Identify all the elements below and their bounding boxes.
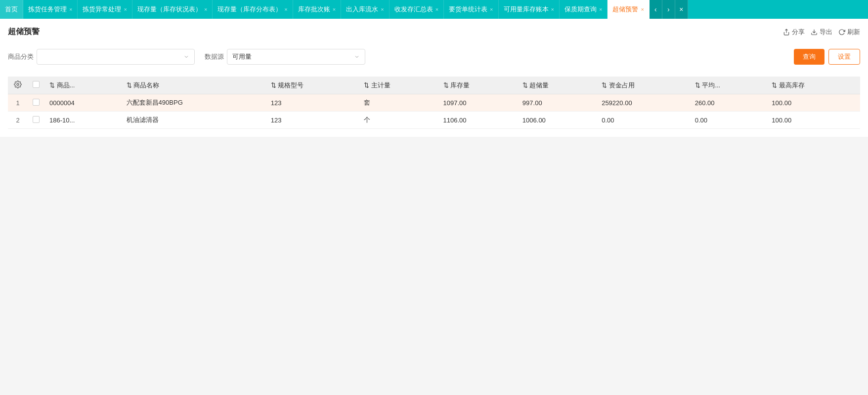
cell-max-stock: 100.00 — [767, 94, 860, 112]
row-checkbox[interactable] — [33, 99, 40, 106]
nav-batch[interactable]: 库存批次账 × — [293, 0, 341, 19]
category-label: 商品分类 — [8, 52, 34, 61]
nav-close-batch[interactable]: × — [333, 6, 336, 12]
filter-bar: 商品分类 数据源 可用量 查询 设置 — [8, 44, 860, 70]
export-icon — [811, 29, 818, 36]
col-product-code: ⇅ 商品... — [44, 77, 122, 94]
cell-capital: 259220.00 — [597, 94, 690, 112]
nav-close-stock-status[interactable]: × — [204, 6, 207, 12]
refresh-icon — [838, 29, 845, 36]
col-avg: ⇅ 平均... — [690, 77, 767, 94]
nav-prev-arrow[interactable]: ‹ — [650, 0, 662, 19]
row-checkbox-cell — [28, 112, 44, 129]
chevron-down-icon-2 — [354, 54, 360, 60]
export-button[interactable]: 导出 — [811, 28, 832, 37]
filter-actions: 查询 设置 — [794, 49, 860, 65]
nav-close-exception[interactable]: × — [124, 6, 127, 12]
row-checkbox[interactable] — [33, 116, 40, 123]
cell-capital: 0.00 — [597, 112, 690, 129]
cell-stock: 1097.00 — [438, 94, 518, 112]
nav-arrow-group: ‹ › × — [650, 0, 688, 19]
cell-product-code: 0000004 — [44, 94, 122, 112]
page-title-bar: 超储预警 分享 导出 刷新 — [8, 27, 860, 37]
nav-stock-status[interactable]: 现存量（库存状况表） × — [132, 0, 213, 19]
chevron-down-icon — [183, 54, 189, 60]
svg-point-2 — [17, 83, 19, 85]
cell-avg: 0.00 — [690, 112, 767, 129]
col-product-name: ⇅ 商品名称 — [122, 77, 266, 94]
nav-task-mgmt[interactable]: 拣货任务管理 × — [23, 0, 78, 19]
col-max-stock: ⇅ 最高库存 — [767, 77, 860, 94]
category-filter: 商品分类 — [8, 49, 195, 65]
cell-unit: 套 — [359, 94, 438, 112]
cell-avg: 260.00 — [690, 94, 767, 112]
page-title: 超储预警 — [8, 27, 40, 37]
col-gear — [8, 77, 28, 94]
nav-exception[interactable]: 拣货异常处理 × — [78, 0, 132, 19]
cell-overflow: 1006.00 — [518, 112, 597, 129]
col-stock: ⇅ 库存量 — [438, 77, 518, 94]
col-spec: ⇅ 规格型号 — [266, 77, 359, 94]
nav-close-order-stats[interactable]: × — [490, 6, 493, 12]
nav-inout[interactable]: 出入库流水 × — [341, 0, 389, 19]
title-actions: 分享 导出 刷新 — [783, 28, 860, 37]
nav-home[interactable]: 首页 — [0, 0, 23, 19]
table-row: 1 0000004 六配套新昌490BPG 123 套 1097.00 997.… — [8, 94, 860, 112]
main-content: 超储预警 分享 导出 刷新 商品分类 数据源 — [0, 19, 868, 137]
nav-order-stats[interactable]: 要货单统计表 × — [444, 0, 498, 19]
row-num: 1 — [8, 94, 28, 112]
nav-close-available[interactable]: × — [551, 6, 554, 12]
nav-stock-dist[interactable]: 现存量（库存分布表） × — [213, 0, 293, 19]
nav-close-shelf-life[interactable]: × — [599, 6, 602, 12]
share-icon — [783, 29, 790, 36]
row-checkbox-cell — [28, 94, 44, 112]
gear-icon[interactable] — [14, 80, 22, 88]
nav-close-stock-dist[interactable]: × — [284, 6, 287, 12]
nav-close-summary[interactable]: × — [435, 6, 438, 12]
cell-spec: 123 — [266, 94, 359, 112]
nav-next-arrow[interactable]: › — [662, 0, 675, 19]
cell-product-code: 186-10... — [44, 112, 122, 129]
share-button[interactable]: 分享 — [783, 28, 805, 37]
cell-stock: 1106.00 — [438, 112, 518, 129]
nav-close-all[interactable]: × — [675, 0, 688, 19]
refresh-button[interactable]: 刷新 — [838, 28, 860, 37]
data-table: ⇅ 商品... ⇅ 商品名称 ⇅ 规格型号 ⇅ 主计量 ⇅ 库存量 ⇅ 超储量 — [8, 77, 860, 129]
category-select[interactable] — [37, 49, 195, 65]
datasource-select[interactable]: 可用量 — [227, 49, 365, 65]
nav-close-inout[interactable]: × — [381, 6, 384, 12]
datasource-filter: 数据源 可用量 — [205, 49, 365, 65]
col-overflow: ⇅ 超储量 — [518, 77, 597, 94]
settings-button[interactable]: 设置 — [828, 49, 860, 65]
nav-overstock[interactable]: 超储预警 × — [608, 0, 649, 19]
select-all-checkbox[interactable] — [33, 81, 40, 88]
col-capital: ⇅ 资金占用 — [597, 77, 690, 94]
nav-available[interactable]: 可用量库存账本 × — [499, 0, 560, 19]
query-button[interactable]: 查询 — [794, 49, 825, 65]
cell-spec: 123 — [266, 112, 359, 129]
table-row: 2 186-10... 机油滤清器 123 个 1106.00 1006.00 … — [8, 112, 860, 129]
nav-close-task-mgmt[interactable]: × — [69, 6, 72, 12]
datasource-label: 数据源 — [205, 52, 224, 61]
nav-summary[interactable]: 收发存汇总表 × — [390, 0, 444, 19]
col-checkbox-header — [28, 77, 44, 94]
cell-unit: 个 — [359, 112, 438, 129]
nav-close-overstock[interactable]: × — [641, 6, 644, 12]
nav-shelf-life[interactable]: 保质期查询 × — [560, 0, 608, 19]
cell-product-name: 六配套新昌490BPG — [122, 94, 266, 112]
row-num: 2 — [8, 112, 28, 129]
cell-product-name: 机油滤清器 — [122, 112, 266, 129]
top-nav: 首页 拣货任务管理 × 拣货异常处理 × 现存量（库存状况表） × 现存量（库存… — [0, 0, 868, 19]
cell-overflow: 997.00 — [518, 94, 597, 112]
col-unit: ⇅ 主计量 — [359, 77, 438, 94]
cell-max-stock: 100.00 — [767, 112, 860, 129]
